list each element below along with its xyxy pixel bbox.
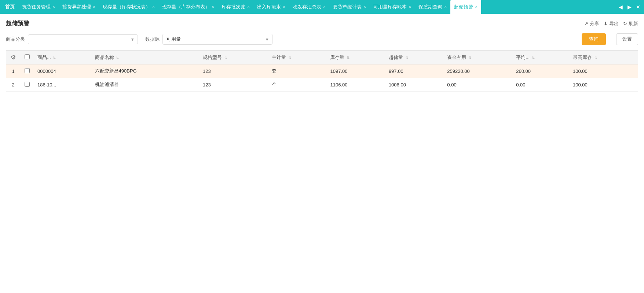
nav-item-6[interactable]: 出入库流水 × [253,0,289,14]
sort-icon: ⇅ [468,56,471,60]
sort-icon: ⇅ [594,56,597,60]
row-checkbox[interactable] [25,68,30,73]
close-icon[interactable]: × [52,4,55,10]
row-checkbox-cell [21,64,34,78]
page-header: 超储预警 ↗ 分享 ⬇ 导出 ↻ 刷新 [6,20,638,27]
cell-id: 0000004 [34,64,91,78]
nav-item-active[interactable]: 超储预警 × [450,0,481,14]
cell-max-stock: 100.00 [569,78,638,92]
close-icon[interactable]: × [409,4,411,10]
query-button[interactable]: 查询 [582,33,606,45]
th-id[interactable]: 商品... ⇅ [34,51,91,64]
cell-avg: 260.00 [512,64,569,78]
sort-icon: ⇅ [347,56,350,60]
select-all-checkbox[interactable] [25,54,30,59]
th-capital[interactable]: 资金占用 ⇅ [443,51,512,64]
settings-button[interactable]: 设置 [616,33,638,45]
th-checkbox [21,51,34,64]
cell-name: 机油滤清器 [91,78,200,92]
th-stock[interactable]: 库存量 ⇅ [326,51,385,64]
nav-arrow-left[interactable]: ◀ [616,0,625,14]
nav-arrows: ◀ ▶ ✕ [616,0,643,14]
refresh-button[interactable]: ↻ 刷新 [623,21,638,27]
nav-item-5[interactable]: 库存批次账 × [218,0,253,14]
sort-icon: ⇅ [288,56,291,60]
row-checkbox[interactable] [25,82,30,87]
nav-item-7[interactable]: 收发存汇总表 × [289,0,329,14]
close-icon[interactable]: × [444,4,447,10]
row-checkbox-cell [21,78,34,92]
nav-item-10[interactable]: 保质期查询 × [415,0,450,14]
nav-arrow-right[interactable]: ▶ [625,0,634,14]
filter-category: 商品分类 ▾ [6,34,138,44]
cell-avg: 0.00 [512,78,569,92]
row-num: 2 [6,78,21,92]
cell-capital: 0.00 [443,78,512,92]
row-num: 1 [6,64,21,78]
filter-row: 商品分类 ▾ 数据源 可用量 ▾ 查询 设置 [6,33,638,45]
th-max-stock[interactable]: 最高库存 ⇅ [569,51,638,64]
share-button[interactable]: ↗ 分享 [584,21,599,27]
nav-item-3[interactable]: 现存量（库存状况表） × [99,0,158,14]
datasource-value: 可用量 [167,36,181,42]
close-icon[interactable]: × [212,4,214,10]
page-content: 超储预警 ↗ 分享 ⬇ 导出 ↻ 刷新 商品分类 ▾ 数据源 [0,14,644,293]
sort-icon: ⇅ [53,56,56,60]
cell-id: 186-10... [34,78,91,92]
datasource-select[interactable]: 可用量 ▾ [162,34,272,45]
close-icon[interactable]: × [475,4,477,10]
nav-item-8[interactable]: 要货单统计表 × [329,0,370,14]
th-settings: ⚙ [6,51,21,64]
settings-gear-icon[interactable]: ⚙ [11,54,16,60]
cell-stock: 1106.00 [326,78,385,92]
chevron-down-icon: ▾ [266,37,268,42]
filter-datasource: 数据源 可用量 ▾ [145,34,272,45]
nav-item-9[interactable]: 可用量库存账本 × [370,0,415,14]
cell-name: 六配套新昌490BPG [91,64,200,78]
cell-overflow: 1006.00 [385,78,443,92]
sort-icon: ⇅ [532,56,535,60]
chevron-down-icon: ▾ [131,37,134,42]
nav-item-4[interactable]: 现存量（库存分布表） × [158,0,218,14]
cell-spec: 123 [199,78,268,92]
table-row: 2 186-10... 机油滤清器 123 个 1106.00 1006.00 … [6,78,638,92]
sort-icon: ⇅ [116,56,119,60]
th-avg[interactable]: 平均... ⇅ [512,51,569,64]
close-icon[interactable]: × [283,4,285,10]
cell-spec: 123 [199,64,268,78]
nav-item-2[interactable]: 拣货异常处理 × [59,0,99,14]
export-button[interactable]: ⬇ 导出 [604,21,619,27]
table-row: 1 0000004 六配套新昌490BPG 123 套 1097.00 997.… [6,64,638,78]
datasource-label: 数据源 [145,36,160,42]
nav-home[interactable]: 首页 [1,0,18,14]
nav-bar: 首页 拣货任务管理 × 拣货异常处理 × 现存量（库存状况表） × 现存量（库存… [0,0,644,14]
close-icon[interactable]: × [93,4,95,10]
sort-icon: ⇅ [224,56,227,60]
close-icon[interactable]: × [152,4,155,10]
close-icon[interactable]: × [363,4,366,10]
refresh-icon: ↻ [623,21,627,26]
cell-stock: 1097.00 [326,64,385,78]
nav-item-1[interactable]: 拣货任务管理 × [18,0,59,14]
category-label: 商品分类 [6,36,25,42]
export-icon: ⬇ [604,21,608,26]
th-spec[interactable]: 规格型号 ⇅ [199,51,268,64]
cell-unit: 个 [268,78,326,92]
cell-capital: 259220.00 [443,64,512,78]
th-overflow[interactable]: 超储量 ⇅ [385,51,443,64]
sort-icon: ⇅ [405,56,408,60]
table-body: 1 0000004 六配套新昌490BPG 123 套 1097.00 997.… [6,64,638,92]
category-select[interactable]: ▾ [28,34,138,44]
cell-unit: 套 [268,64,326,78]
header-actions: ↗ 分享 ⬇ 导出 ↻ 刷新 [584,21,638,27]
th-name[interactable]: 商品名称 ⇅ [91,51,200,64]
share-icon: ↗ [584,21,588,26]
close-icon[interactable]: × [323,4,326,10]
close-icon[interactable]: × [247,4,250,10]
th-unit[interactable]: 主计量 ⇅ [268,51,326,64]
page-title: 超储预警 [6,20,29,27]
nav-arrow-close[interactable]: ✕ [634,0,643,14]
data-table: ⚙ 商品... ⇅ 商品名称 ⇅ 规格型号 ⇅ 主计量 [6,50,638,92]
table-header: ⚙ 商品... ⇅ 商品名称 ⇅ 规格型号 ⇅ 主计量 [6,51,638,64]
cell-max-stock: 100.00 [569,64,638,78]
